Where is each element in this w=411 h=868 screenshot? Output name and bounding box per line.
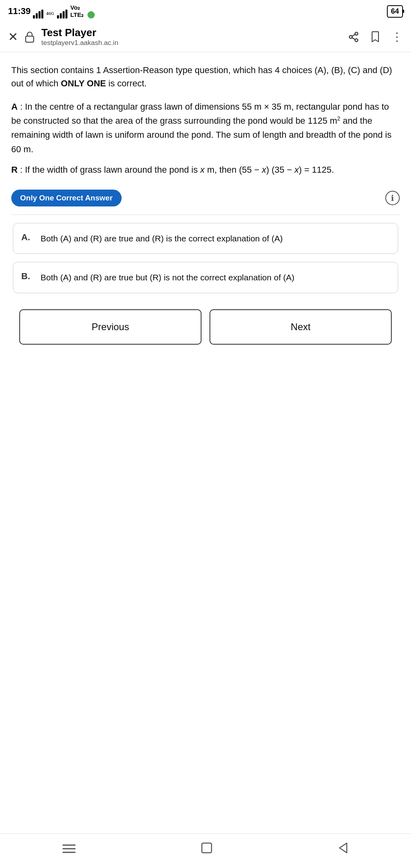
more-button[interactable]: ⋮ <box>391 30 403 43</box>
share-icon <box>348 31 359 43</box>
battery-indicator: 64 <box>387 5 403 18</box>
answer-type-row: Only One Correct Answer ℹ <box>11 190 400 206</box>
svg-line-4 <box>352 37 355 39</box>
time-display: 11:39 <box>8 6 31 16</box>
option-b-text: Both (A) and (R) are true but (R) is not… <box>41 271 295 284</box>
option-b-card[interactable]: B. Both (A) and (R) are true but (R) is … <box>13 262 398 293</box>
info-button[interactable]: ℹ <box>385 191 400 205</box>
app-bar-icons: ⋮ <box>348 30 403 43</box>
nav-buttons: Previous Next <box>11 301 400 353</box>
status-bar: 11:39 ⁴⁶ᴳ Vo₂LTE₂ 64 <box>0 0 411 22</box>
option-a-card[interactable]: A. Both (A) and (R) are true and (R) is … <box>13 223 398 254</box>
lock-icon-container <box>24 31 35 43</box>
bookmark-button[interactable] <box>370 31 380 43</box>
menu-button[interactable] <box>63 843 75 856</box>
options-container: A. Both (A) and (R) are true and (R) is … <box>11 223 400 293</box>
question-block: A : In the centre of a rectangular grass… <box>11 100 400 177</box>
reason-label: R <box>11 165 18 175</box>
option-a-label: A. <box>21 232 33 243</box>
assertion-text: A : In the centre of a rectangular grass… <box>11 100 400 156</box>
next-button[interactable]: Next <box>210 309 392 345</box>
close-button[interactable]: ✕ <box>8 30 18 44</box>
answer-type-badge: Only One Correct Answer <box>11 190 122 206</box>
section-divider <box>11 214 400 215</box>
status-left: 11:39 ⁴⁶ᴳ Vo₂LTE₂ <box>8 4 95 18</box>
app-bar-title-group: Test Player testplayerv1.aakash.ac.in <box>41 27 342 47</box>
bookmark-icon <box>370 31 380 43</box>
section-description: This section contains 1 Assertion-Reason… <box>11 63 400 90</box>
bottom-nav-bar <box>0 833 411 868</box>
share-button[interactable] <box>348 31 359 43</box>
home-icon <box>201 842 213 854</box>
back-button[interactable] <box>338 842 348 857</box>
menu-icon <box>63 844 75 854</box>
svg-rect-9 <box>202 843 212 853</box>
assertion-label: A <box>11 102 18 112</box>
svg-marker-10 <box>340 843 347 853</box>
option-a-text: Both (A) and (R) are true and (R) is the… <box>41 232 283 245</box>
main-content: This section contains 1 Assertion-Reason… <box>0 52 411 361</box>
previous-button[interactable]: Previous <box>19 309 201 345</box>
app-bar: ✕ Test Player testplayerv1.aakash.ac.in <box>0 22 411 52</box>
lte-label: Vo₂LTE₂ <box>70 4 83 18</box>
lock-icon <box>24 31 35 43</box>
back-icon <box>338 842 348 854</box>
active-indicator <box>87 11 95 18</box>
app-subtitle: testplayerv1.aakash.ac.in <box>41 39 342 47</box>
signal-type-label: ⁴⁶ᴳ <box>46 11 54 18</box>
svg-line-5 <box>352 34 355 36</box>
home-button[interactable] <box>201 842 213 857</box>
status-right: 64 <box>387 5 403 18</box>
option-b-label: B. <box>21 271 33 282</box>
reason-text: R : If the width of grass lawn around th… <box>11 163 400 177</box>
signal-icons: ⁴⁶ᴳ Vo₂LTE₂ <box>33 4 94 18</box>
app-title: Test Player <box>41 27 342 39</box>
svg-rect-0 <box>26 36 34 42</box>
